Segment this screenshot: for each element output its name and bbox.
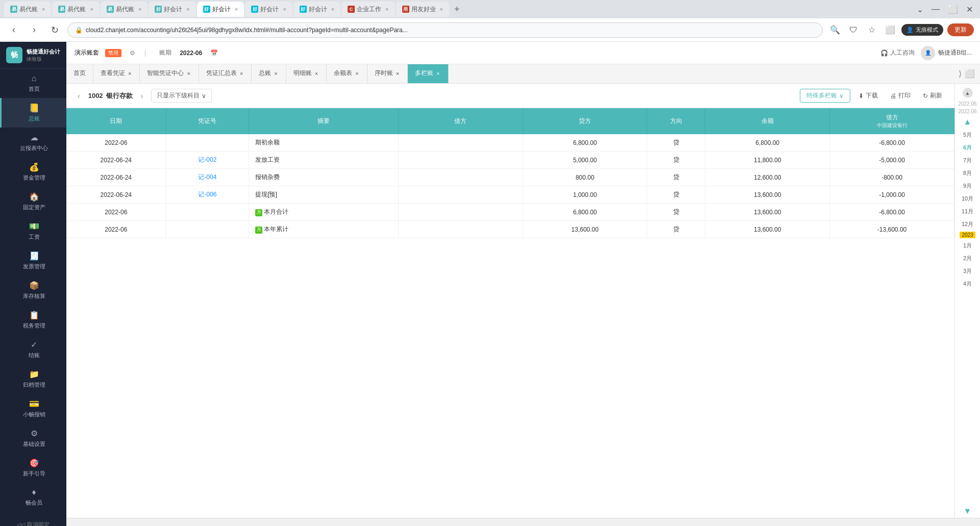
screenshot-button[interactable]: ⬜ <box>883 23 897 37</box>
tab-close-icon[interactable]: × <box>273 70 278 77</box>
update-button[interactable]: 更新 <box>947 23 974 36</box>
sidebar-item-report[interactable]: ☁ 云报表中心 <box>0 128 66 157</box>
close-window-button[interactable]: ✕ <box>963 4 976 15</box>
tab-close-icon[interactable]: × <box>395 70 400 77</box>
close-icon[interactable]: × <box>331 6 334 12</box>
tab-close-icon[interactable]: × <box>314 70 319 77</box>
sidebar-item-guide[interactable]: 🎯 新手引导 <box>0 453 66 483</box>
tab-close-icon[interactable]: × <box>354 70 359 77</box>
sidebar-item-settings[interactable]: ⚙ 基础设置 <box>0 423 66 453</box>
table-row: 2022-06 月本年累计 13,600.00 贷 13,600.00 -13,… <box>66 221 954 238</box>
month-4[interactable]: 4月 <box>955 278 980 290</box>
new-tab-button[interactable]: + <box>450 2 464 17</box>
scroll-down-button[interactable]: ▼ <box>962 505 974 518</box>
month-9[interactable]: 9月 <box>955 180 980 192</box>
tab-yidaizhang-2[interactable]: 易 易代账 × <box>52 2 99 17</box>
unpin-button[interactable]: ◁◁ 取消固定 <box>0 517 66 526</box>
month-3[interactable]: 3月 <box>955 265 980 278</box>
month-5[interactable]: 5月 <box>955 129 980 141</box>
month-1[interactable]: 1月 <box>955 239 980 252</box>
tab-close-icon[interactable]: × <box>127 70 132 77</box>
sidebar-item-expense[interactable]: 💳 小畅报销 <box>0 394 66 423</box>
tab-general-ledger[interactable]: 总账 × <box>252 64 286 84</box>
month-6[interactable]: 6月 <box>955 141 980 154</box>
month-12[interactable]: 12月 <box>955 218 980 231</box>
consult-button[interactable]: 🎧 人工咨询 <box>880 48 915 57</box>
month-8[interactable]: 8月 <box>955 167 980 180</box>
tab-view-voucher[interactable]: 查看凭证 × <box>93 64 140 84</box>
forward-button[interactable]: › <box>27 22 42 38</box>
tab-close-icon[interactable]: × <box>435 70 440 77</box>
star-button[interactable]: ☆ <box>865 23 879 37</box>
tab-enterprise[interactable]: C 企业工作 × <box>341 2 395 17</box>
expand-tabs-button[interactable]: ⬜ <box>965 69 975 79</box>
cell-credit: 6,800.00 <box>523 204 647 221</box>
sidebar-item-assets[interactable]: 🏠 固定资产 <box>0 187 66 216</box>
tab-close-icon[interactable]: × <box>186 70 191 77</box>
incognito-button[interactable]: 👤 无痕模式 <box>901 24 943 36</box>
settings-gear-icon[interactable]: ⚙ <box>130 49 135 57</box>
maximize-button[interactable]: ⬜ <box>945 4 961 15</box>
sidebar-item-fund[interactable]: 💰 资金管理 <box>0 157 66 187</box>
sidebar-item-archive[interactable]: 📁 归档管理 <box>0 364 66 394</box>
collapse-tabs-button[interactable]: ⟩ <box>959 69 962 79</box>
refresh-button[interactable]: ↻ 刷新 <box>919 89 946 102</box>
bottom-scrollbar[interactable] <box>66 518 980 526</box>
sidebar-item-tax[interactable]: 📋 税务管理 <box>0 305 66 335</box>
sidebar-item-membership[interactable]: ♦ 畅会员 <box>0 483 66 512</box>
user-area[interactable]: 👤 畅捷通B组... <box>921 46 972 60</box>
close-icon[interactable]: × <box>440 6 443 12</box>
tab-home[interactable]: 首页 <box>66 64 93 84</box>
prev-account-button[interactable]: ‹ <box>75 91 83 101</box>
back-button[interactable]: ‹ <box>6 22 21 38</box>
sidebar-item-ledger[interactable]: 📒 总账 <box>0 98 66 128</box>
tab-journal[interactable]: 序时账 × <box>368 64 408 84</box>
close-icon[interactable]: × <box>42 6 45 12</box>
month-10[interactable]: 10月 <box>955 192 980 205</box>
reload-button[interactable]: ↻ <box>47 22 62 38</box>
next-account-button[interactable]: › <box>138 91 146 101</box>
tab-balance[interactable]: 余额表 × <box>327 64 367 84</box>
month-7[interactable]: 7月 <box>955 154 980 167</box>
tab-multicolumn[interactable]: 多栏账 × <box>408 64 448 84</box>
print-button[interactable]: 🖨 打印 <box>886 89 915 102</box>
tab-haokuaiji-1[interactable]: 好 好会计 × <box>149 2 195 17</box>
tab-haokuaiji-4[interactable]: 好 好会计 × <box>293 2 340 17</box>
tab-voucher-summary[interactable]: 凭证汇总表 × <box>199 64 252 84</box>
sidebar-item-inventory[interactable]: 📦 库存核算 <box>0 275 66 305</box>
search-button[interactable]: 🔍 <box>828 23 842 37</box>
minimize-button[interactable]: — <box>928 4 943 15</box>
sidebar-item-close[interactable]: ✓ 结账 <box>0 335 66 364</box>
download-button[interactable]: ⬇ 下载 <box>854 89 882 102</box>
sidebar-item-salary[interactable]: 💵 工资 <box>0 216 66 246</box>
close-icon[interactable]: × <box>90 6 93 12</box>
tab-close-icon[interactable]: × <box>239 70 244 77</box>
tab-detail-ledger[interactable]: 明细账 × <box>286 64 327 84</box>
tab-yidaizhang-3[interactable]: 易 易代账 × <box>101 2 148 17</box>
url-bar[interactable]: 🔒 cloud2.chanjet.com/accounting/uh26t264… <box>67 22 823 38</box>
tab-haokuaiji-2[interactable]: 好 好会计 × <box>197 2 244 17</box>
close-icon[interactable]: × <box>385 6 388 12</box>
special-multicolumn-button[interactable]: 特殊多栏账 ∨ <box>800 89 850 103</box>
close-icon[interactable]: × <box>138 6 141 12</box>
calendar-icon[interactable]: 📅 <box>210 49 218 57</box>
tab-yonyou[interactable]: 用 用友好业 × <box>396 2 449 17</box>
tab-yidaizhang-1[interactable]: 易 易代账 × <box>4 2 51 17</box>
shield-icon[interactable]: 🛡 <box>846 23 861 37</box>
voucher-link[interactable]: 记-006 <box>198 191 216 198</box>
sidebar-item-invoice[interactable]: 🧾 发票管理 <box>0 246 66 275</box>
tab-list-button[interactable]: ⌄ <box>914 4 926 15</box>
close-icon[interactable]: × <box>235 6 238 12</box>
close-icon[interactable]: × <box>186 6 189 12</box>
scroll-up-button[interactable]: ▲ <box>962 115 974 129</box>
voucher-link[interactable]: 记-002 <box>198 156 216 163</box>
voucher-link[interactable]: 记-004 <box>198 173 216 181</box>
right-panel-collapse-button[interactable]: ▲ <box>963 88 973 98</box>
sidebar-item-home[interactable]: ⌂ 首页 <box>0 69 66 98</box>
month-11[interactable]: 11月 <box>955 205 980 218</box>
month-2[interactable]: 2月 <box>955 252 980 265</box>
tab-smart-voucher[interactable]: 智能凭证中心 × <box>140 64 199 84</box>
tab-haokuaiji-3[interactable]: 好 好会计 × <box>245 2 292 17</box>
show-sub-button[interactable]: 只显示下级科目 ∨ <box>151 89 212 103</box>
close-icon[interactable]: × <box>283 6 286 12</box>
